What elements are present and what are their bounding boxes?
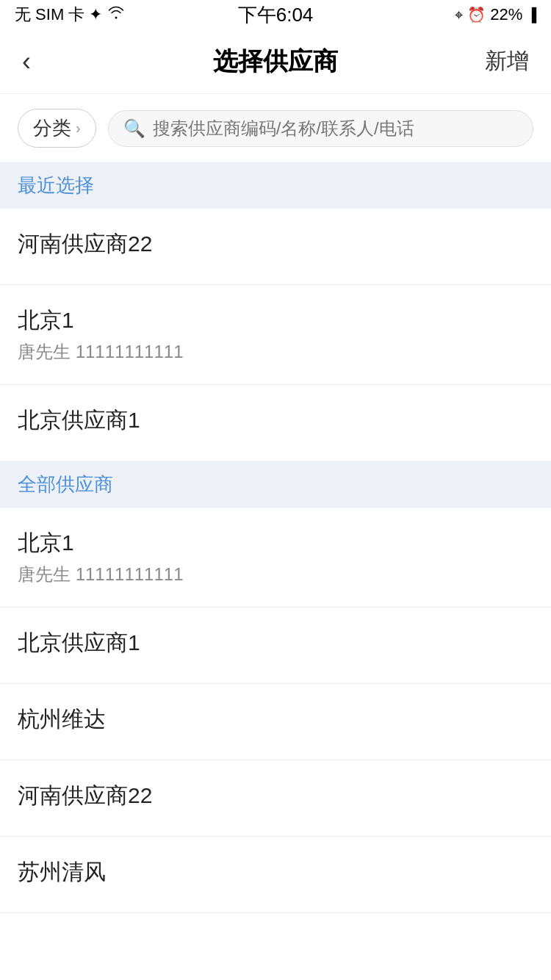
- chevron-right-icon: ›: [76, 120, 81, 137]
- item-sub: 唐先生 11111111111: [18, 340, 533, 364]
- page-title: 选择供应商: [213, 45, 338, 79]
- all-list: 北京1唐先生 11111111111北京供应商1杭州维达河南供应商22苏州清风: [0, 508, 551, 913]
- add-button[interactable]: 新增: [485, 46, 529, 76]
- item-name: 杭州维达: [18, 705, 533, 735]
- recent-section-label: 最近选择: [18, 174, 94, 196]
- category-button[interactable]: 分类 ›: [18, 109, 96, 148]
- item-name: 北京供应商1: [18, 628, 533, 658]
- wifi-icon: [108, 4, 124, 25]
- item-sub: 唐先生 11111111111: [18, 563, 533, 586]
- no-sim-label: 无 SIM 卡 ✦: [15, 4, 102, 26]
- list-item[interactable]: 北京1唐先生 11111111111: [0, 508, 551, 608]
- item-name: 北京1: [18, 306, 533, 336]
- list-item[interactable]: 河南供应商22: [0, 209, 551, 285]
- battery-icon: ▐: [527, 7, 536, 23]
- search-icon: 🔍: [123, 118, 145, 139]
- filter-bar: 分类 › 🔍: [0, 94, 551, 162]
- item-name: 苏州清风: [18, 857, 533, 887]
- status-right: ⌖ ⏰ 22% ▐: [455, 5, 536, 24]
- status-time: 下午6:04: [238, 2, 314, 28]
- list-item[interactable]: 北京供应商1: [0, 608, 551, 684]
- battery-label: 22%: [490, 5, 522, 24]
- status-bar: 无 SIM 卡 ✦ 下午6:04 ⌖ ⏰ 22% ▐: [0, 0, 551, 29]
- category-label: 分类: [33, 115, 71, 141]
- location-icon: ⌖: [455, 7, 463, 24]
- back-button[interactable]: ‹: [15, 39, 38, 84]
- item-name: 河南供应商22: [18, 781, 533, 811]
- list-item[interactable]: 河南供应商22: [0, 760, 551, 837]
- item-name: 北京1: [18, 528, 533, 558]
- search-box: 🔍: [108, 110, 533, 147]
- item-name: 北京供应商1: [18, 406, 533, 436]
- alarm-icon: ⏰: [467, 6, 486, 24]
- status-left: 无 SIM 卡 ✦: [15, 4, 124, 26]
- recent-section-header: 最近选择: [0, 162, 551, 209]
- search-input[interactable]: [153, 118, 518, 139]
- list-item[interactable]: 杭州维达: [0, 684, 551, 760]
- all-section-label: 全部供应商: [18, 473, 113, 495]
- list-item[interactable]: 北京1唐先生 11111111111: [0, 285, 551, 385]
- item-name: 河南供应商22: [18, 229, 533, 259]
- nav-bar: ‹ 选择供应商 新增: [0, 29, 551, 94]
- all-section-header: 全部供应商: [0, 461, 551, 508]
- list-item[interactable]: 苏州清风: [0, 837, 551, 913]
- recent-list: 河南供应商22北京1唐先生 11111111111北京供应商1: [0, 209, 551, 461]
- list-item[interactable]: 北京供应商1: [0, 385, 551, 461]
